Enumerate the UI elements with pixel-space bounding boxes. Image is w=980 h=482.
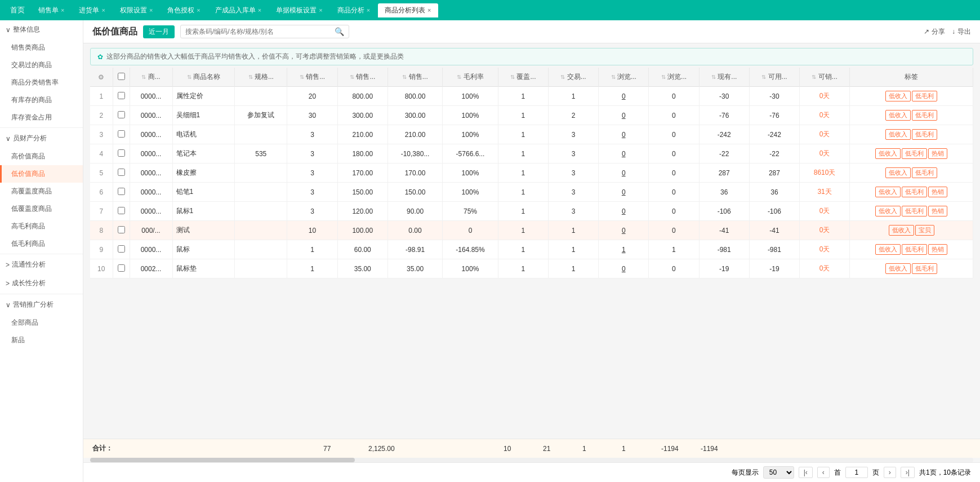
share-button[interactable]: ↗ 分享 <box>924 27 945 37</box>
row-browse1[interactable]: 0 <box>599 259 649 278</box>
nav-close-roles[interactable]: × <box>197 7 200 14</box>
sidebar-section-circulation[interactable]: > 流通性分析 <box>0 255 83 274</box>
period-button[interactable]: 近一月 <box>143 25 175 38</box>
row-checkbox[interactable] <box>118 111 125 118</box>
row-checkbox[interactable] <box>118 245 125 253</box>
sidebar-item-low-value[interactable]: 低价值商品 <box>0 165 83 183</box>
row-s1: 1 <box>287 240 337 259</box>
browse1-link[interactable]: 0 <box>622 265 626 273</box>
tag-badge: 低毛利 <box>912 263 937 274</box>
row-browse1[interactable]: 0 <box>599 202 649 221</box>
row-days: 0天 <box>800 106 850 125</box>
sidebar-item-all-goods[interactable]: 全部商品 <box>0 314 83 331</box>
sidebar-item-category-sales-rate[interactable]: 商品分类销售率 <box>0 74 83 91</box>
settings-icon[interactable]: ⚙ <box>98 73 104 81</box>
sidebar-item-stock-goods[interactable]: 有库存的商品 <box>0 91 83 109</box>
nav-item-analysis-list[interactable]: 商品分析列表 × <box>378 3 438 17</box>
browse1-link[interactable]: 0 <box>622 207 626 215</box>
row-checkbox[interactable] <box>118 188 125 195</box>
sidebar-item-high-coverage[interactable]: 高覆盖度商品 <box>0 183 83 200</box>
col-settings[interactable]: ⚙ <box>90 68 113 87</box>
row-name: 电话机 <box>172 125 235 144</box>
row-browse1[interactable]: 0 <box>599 106 649 125</box>
row-s2: 150.00 <box>337 183 387 202</box>
browse1-link[interactable]: 0 <box>622 112 626 120</box>
browse1-link[interactable]: 0 <box>622 92 626 100</box>
nav-close-permissions[interactable]: × <box>149 7 153 14</box>
nav-item-roles[interactable]: 角色授权 × <box>161 3 207 17</box>
search-icon[interactable]: 🔍 <box>335 27 344 36</box>
row-browse1[interactable]: 1 <box>599 240 649 259</box>
nav-home[interactable]: 首页 <box>5 3 30 17</box>
prev-page-btn[interactable]: ‹ <box>817 467 830 478</box>
nav-item-analysis[interactable]: 商品分析 × <box>331 3 377 17</box>
row-checkbox[interactable] <box>118 226 125 233</box>
row-trade: 3 <box>548 144 598 163</box>
sidebar-section-overall[interactable]: ∨ 整体信息 <box>0 20 83 39</box>
browse1-link[interactable]: 0 <box>622 150 626 158</box>
scrollbar-thumb[interactable] <box>90 458 355 462</box>
row-checkbox[interactable] <box>118 130 125 138</box>
row-stock1: -22 <box>699 144 749 163</box>
sidebar-section-asset[interactable]: ∨ 员财产分析 <box>0 129 83 148</box>
row-cover: 1 <box>498 144 548 163</box>
row-browse1[interactable]: 0 <box>599 144 649 163</box>
nav-item-purchaseorder[interactable]: 进货单 × <box>72 3 112 17</box>
nav-close-template[interactable]: × <box>319 7 322 14</box>
row-s2: 120.00 <box>337 202 387 221</box>
sidebar-item-low-profit[interactable]: 低毛利商品 <box>0 235 83 253</box>
row-s2: 170.00 <box>337 163 387 183</box>
tag-badge: 低毛利 <box>902 187 927 197</box>
nav-close-production[interactable]: × <box>258 7 261 14</box>
nav-close-purchaseorder[interactable]: × <box>101 7 105 14</box>
row-tags: 低收入低毛利 <box>850 87 973 106</box>
sidebar-item-high-value[interactable]: 高价值商品 <box>0 148 83 165</box>
row-cover: 1 <box>498 106 548 125</box>
page-input[interactable] <box>845 467 868 478</box>
nav-close-analysis-list[interactable]: × <box>427 7 431 14</box>
sidebar-item-stock-capital[interactable]: 库存资金占用 <box>0 109 83 126</box>
row-checkbox[interactable] <box>118 149 125 157</box>
row-checkbox[interactable] <box>118 207 125 214</box>
browse1-link[interactable]: 0 <box>622 188 626 196</box>
first-page-btn[interactable]: |‹ <box>799 467 813 478</box>
browse1-link[interactable]: 0 <box>622 169 626 177</box>
nav-close-analysis[interactable]: × <box>367 7 370 14</box>
sidebar-item-traded-goods[interactable]: 交易过的商品 <box>0 56 83 74</box>
search-input[interactable] <box>185 28 335 36</box>
sidebar-item-new-goods[interactable]: 新品 <box>0 331 83 349</box>
row-browse1[interactable]: 0 <box>599 221 649 240</box>
nav-item-salesorder[interactable]: 销售单 × <box>32 3 71 17</box>
export-button[interactable]: ↓ 导出 <box>952 27 971 37</box>
next-page-btn[interactable]: › <box>884 467 896 478</box>
per-page-select[interactable]: 50 20 100 <box>763 466 794 479</box>
nav-item-template[interactable]: 单据模板设置 × <box>269 3 329 17</box>
browse1-link[interactable]: 0 <box>622 227 626 235</box>
sidebar-collapse-btn[interactable]: « <box>83 243 83 260</box>
col-cover: ⇅ 覆盖... <box>498 68 548 87</box>
sidebar-section-marketing[interactable]: ∨ 营销推广分析 <box>0 295 83 314</box>
sidebar-item-low-coverage[interactable]: 低覆盖度商品 <box>0 200 83 218</box>
row-stock2: -19 <box>749 259 799 278</box>
sidebar-item-sales-goods[interactable]: 销售类商品 <box>0 39 83 56</box>
row-checkbox[interactable] <box>118 264 125 272</box>
select-all-checkbox[interactable] <box>118 73 125 80</box>
row-browse1[interactable]: 0 <box>599 125 649 144</box>
row-checkbox[interactable] <box>118 169 125 176</box>
row-browse1[interactable]: 0 <box>599 163 649 183</box>
sidebar-section-growth[interactable]: > 成长性分析 <box>0 274 83 293</box>
row-checkbox[interactable] <box>118 92 125 99</box>
row-browse1[interactable]: 0 <box>599 87 649 106</box>
row-browse1[interactable]: 0 <box>599 183 649 202</box>
sidebar-item-high-profit[interactable]: 高毛利商品 <box>0 218 83 235</box>
browse1-link[interactable]: 0 <box>622 131 626 139</box>
horizontal-scrollbar[interactable] <box>90 458 973 462</box>
nav-item-permissions[interactable]: 权限设置 × <box>113 3 159 17</box>
row-gross: 100% <box>443 183 498 202</box>
nav-close-salesorder[interactable]: × <box>61 7 64 14</box>
row-stock1: -242 <box>699 125 749 144</box>
browse1-link[interactable]: 1 <box>622 246 626 254</box>
last-page-btn[interactable]: ›| <box>901 467 915 478</box>
nav-item-production[interactable]: 产成品入库单 × <box>208 3 268 17</box>
row-tags: 低收入低毛利热销 <box>850 202 973 221</box>
